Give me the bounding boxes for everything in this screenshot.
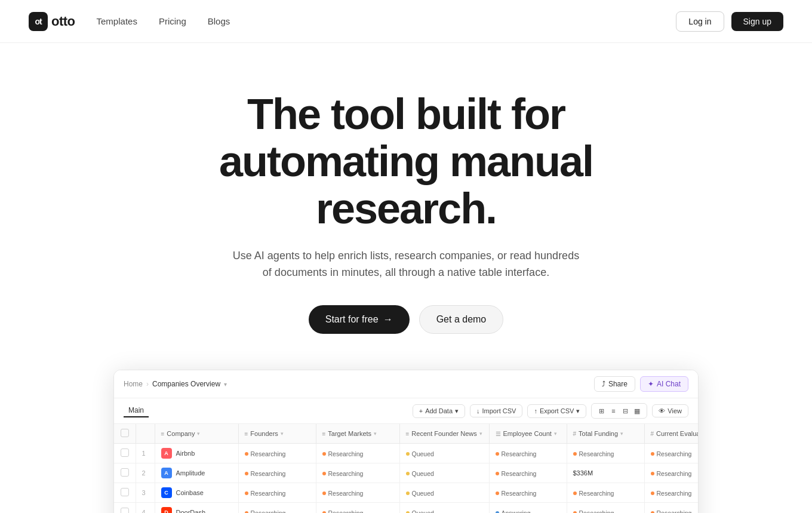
list-icon[interactable]: ≡ — [608, 406, 618, 416]
add-data-chevron: ▾ — [455, 407, 459, 415]
nav-pricing[interactable]: Pricing — [159, 16, 186, 26]
nav-right: Log in Sign up — [676, 11, 783, 32]
row-checkbox[interactable] — [114, 444, 136, 463]
company-name: Coinbase — [176, 489, 204, 496]
hero-actions: Start for free → Get a demo — [309, 305, 504, 334]
eval-col-icon: # — [651, 431, 654, 437]
row-num: 1 — [136, 444, 155, 463]
preview-table-wrap: ≡ Company ▾ ≡ Founders ▾ — [114, 424, 698, 513]
col-checkbox — [114, 424, 136, 444]
target-sort-icon: ▾ — [374, 431, 377, 437]
founders-cell: Researching — [238, 503, 316, 513]
col-company[interactable]: ≡ Company ▾ — [155, 424, 238, 444]
row-checkbox[interactable] — [114, 483, 136, 503]
export-csv-button[interactable]: ↑ Export CSV ▾ — [527, 404, 586, 418]
col-employee-label: Employee Count — [503, 430, 552, 437]
nav-templates[interactable]: Templates — [97, 16, 137, 26]
founders-cell: Researching — [238, 444, 316, 463]
preview-topbar: Home › Companies Overview ▾ ⤴ Share ✦ AI… — [114, 370, 698, 398]
emp-col-icon: ☰ — [496, 431, 501, 437]
view-icon: 👁 — [659, 407, 665, 414]
logo[interactable]: ot otto — [29, 12, 75, 31]
arrow-icon: → — [383, 314, 393, 325]
preview-wrapper: Home › Companies Overview ▾ ⤴ Share ✦ AI… — [0, 370, 812, 513]
col-founders[interactable]: ≡ Founders ▾ — [238, 424, 316, 444]
target-col-icon: ≡ — [322, 431, 326, 437]
row-num: 4 — [136, 503, 155, 513]
tab-main[interactable]: Main — [124, 404, 149, 417]
table-row[interactable]: 1 A Airbnb Researching Researching Queue… — [114, 444, 698, 463]
col-eval[interactable]: # Current Evaluation ▾ — [644, 424, 698, 444]
login-button[interactable]: Log in — [676, 11, 724, 32]
preview-topbar-right: ⤴ Share ✦ AI Chat — [594, 376, 688, 392]
target-cell: Researching — [316, 503, 399, 513]
founders-cell: Researching — [238, 463, 316, 483]
col-company-label: Company — [167, 430, 195, 437]
news-cell: Queued — [399, 444, 489, 463]
grid-icon[interactable]: ⊞ — [596, 406, 606, 416]
company-name: Amplitude — [176, 469, 205, 477]
emp-cell: Researching — [489, 483, 567, 503]
eval-cell: Researching — [644, 503, 698, 513]
col-news[interactable]: ≡ Recent Founder News ▾ — [399, 424, 489, 444]
emp-sort-icon: ▾ — [554, 431, 557, 437]
signup-button[interactable]: Sign up — [731, 12, 783, 31]
view-toggle-group: ⊞ ≡ ⊟ ▦ — [591, 403, 647, 419]
add-icon: + — [419, 407, 423, 414]
share-label: Share — [608, 380, 628, 388]
get-demo-label: Get a demo — [436, 314, 487, 325]
row-checkbox[interactable] — [114, 503, 136, 513]
table-row[interactable]: 2 A Amplitude Researching Researching Qu… — [114, 463, 698, 483]
founders-cell: Researching — [238, 483, 316, 503]
col-funding[interactable]: # Total Funding ▾ — [567, 424, 644, 444]
company-cell[interactable]: D DoorDash — [155, 503, 238, 513]
get-demo-button[interactable]: Get a demo — [419, 305, 504, 334]
add-data-button[interactable]: + Add Data ▾ — [413, 404, 465, 418]
founders-sort-icon: ▾ — [281, 431, 284, 437]
share-icon: ⤴ — [602, 380, 605, 388]
col-employee[interactable]: ☰ Employee Count ▾ — [489, 424, 567, 444]
eval-cell: Researching — [644, 444, 698, 463]
breadcrumb-current: Companies Overview ▾ — [152, 380, 227, 388]
table-row[interactable]: 3 C Coinbase Researching Researching Que… — [114, 483, 698, 503]
company-cell[interactable]: C Coinbase — [155, 483, 238, 503]
breadcrumb-home[interactable]: Home — [124, 380, 143, 388]
target-cell: Researching — [316, 444, 399, 463]
funding-cell: Researching — [567, 503, 644, 513]
export-chevron: ▾ — [576, 407, 580, 415]
navbar: ot otto Templates Pricing Blogs Log in S… — [0, 0, 812, 43]
company-cell[interactable]: A Amplitude — [155, 463, 238, 483]
col-target[interactable]: ≡ Target Markets ▾ — [316, 424, 399, 444]
cols-icon[interactable]: ⊟ — [620, 406, 630, 416]
table-row[interactable]: 4 D DoorDash Researching Researching Que… — [114, 503, 698, 513]
preview-toolbar: Main + Add Data ▾ ↓ Import CSV ↑ Export … — [114, 398, 698, 424]
row-num: 3 — [136, 483, 155, 503]
header-checkbox[interactable] — [121, 429, 129, 437]
company-name: DoorDash — [176, 509, 206, 513]
view-button[interactable]: 👁 View — [652, 404, 688, 417]
founders-col-icon: ≡ — [245, 431, 248, 437]
ai-chat-button[interactable]: ✦ AI Chat — [640, 376, 688, 392]
funding-col-icon: # — [573, 431, 577, 437]
nav-blogs[interactable]: Blogs — [208, 16, 230, 26]
row-checkbox[interactable] — [114, 463, 136, 483]
breadcrumb-sep: › — [146, 380, 149, 388]
hero-title-line1: The tool built for — [247, 90, 565, 138]
import-csv-button[interactable]: ↓ Import CSV — [470, 404, 522, 417]
board-icon[interactable]: ▦ — [632, 406, 642, 416]
share-button[interactable]: ⤴ Share — [594, 376, 635, 392]
start-free-button[interactable]: Start for free → — [309, 305, 410, 334]
breadcrumb-current-label: Companies Overview — [152, 380, 220, 388]
company-sort-icon: ▾ — [197, 431, 200, 437]
logo-icon: ot — [29, 12, 48, 31]
hero-subtitle: Use AI agents to help enrich lists, rese… — [227, 247, 585, 282]
breadcrumb: Home › Companies Overview ▾ — [124, 380, 227, 388]
funding-cell: $336M — [567, 463, 644, 483]
col-founders-label: Founders — [250, 430, 278, 437]
view-label: View — [668, 407, 682, 414]
emp-cell: Researching — [489, 463, 567, 483]
company-col-icon: ≡ — [161, 431, 165, 437]
hero-title: The tool built for automating manual res… — [137, 91, 675, 233]
company-cell[interactable]: A Airbnb — [155, 444, 238, 463]
export-icon: ↑ — [534, 407, 537, 414]
